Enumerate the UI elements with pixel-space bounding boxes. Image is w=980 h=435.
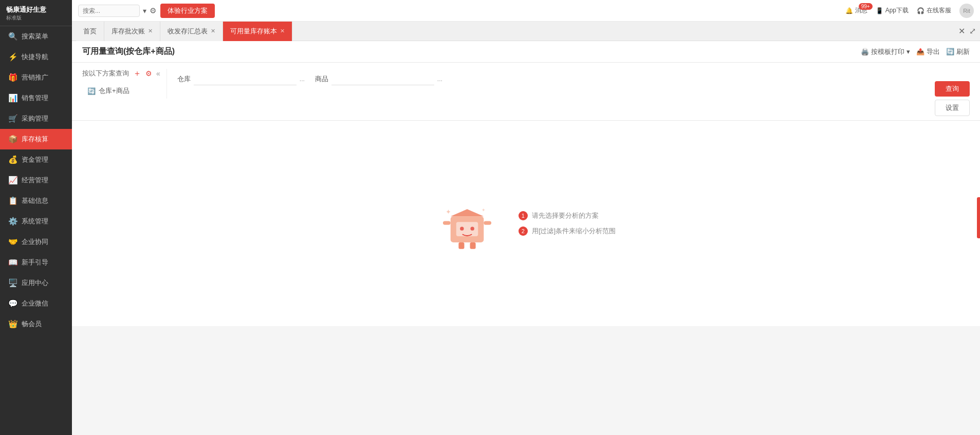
sidebar-item-label: 企业微信 [22, 299, 48, 308]
scheme-panel: 按以下方案查询 ＋ ⚙ « 🔄 仓库+商品 [82, 69, 167, 99]
trial-button[interactable]: 体验行业方案 [160, 4, 215, 18]
cart-icon: 🛒 [8, 114, 17, 123]
clipboard-icon: 📋 [8, 196, 17, 205]
gear-icon: ⚙️ [8, 217, 17, 226]
query-button[interactable]: 查询 [935, 81, 970, 97]
book-icon: 📖 [8, 258, 17, 267]
app-name: 畅康通好生意 [6, 5, 66, 14]
product-more-button[interactable]: ... [437, 75, 442, 83]
svg-rect-7 [443, 221, 451, 224]
svg-marker-1 [451, 209, 484, 216]
tab-batch-account-label: 库存批次账 [112, 27, 145, 36]
tab-summary[interactable]: 收发存汇总表 ✕ [160, 22, 223, 41]
online-service-label: 在线客服 [927, 6, 951, 15]
empty-illustration: ✦ ✦ [436, 193, 498, 254]
tip-text-1: 请先选择要分析的方案 [532, 211, 599, 220]
refresh-icon: 🔄 [946, 48, 954, 55]
query-action-btns: 查询 设置 [935, 69, 970, 116]
wechat-icon: 💬 [8, 299, 17, 308]
svg-text:✦: ✦ [446, 208, 451, 216]
tab-available-inventory-close[interactable]: ✕ [280, 28, 285, 34]
message-button[interactable]: 🔔 消息 99+ [845, 6, 867, 15]
tip-num-2: 2 [519, 226, 528, 236]
sidebar-item-label: 营销推广 [22, 73, 48, 82]
sidebar-item-label: 经营管理 [22, 176, 48, 185]
content-area: 可用量查询(按仓库+商品) 🖨️ 按模板打印 ▾ 📤 导出 🔄 刷新 [72, 41, 980, 435]
warehouse-filter-input[interactable] [194, 73, 297, 85]
sidebar-item-quicknav[interactable]: ⚡ 快捷导航 [0, 47, 72, 67]
collapse-button[interactable]: « [156, 69, 160, 78]
tab-expand-button[interactable]: ⤢ [969, 26, 976, 36]
print-label: 按模板打印 [871, 47, 904, 56]
sidebar-item-system[interactable]: ⚙️ 系统管理 [0, 211, 72, 232]
app-download-button[interactable]: 📱 App下载 [876, 6, 909, 15]
tab-close-current-button[interactable]: ✕ [958, 26, 965, 36]
tab-batch-account[interactable]: 库存批次账 ✕ [104, 22, 160, 41]
sidebar-item-inventory[interactable]: 📦 库存核算 [0, 129, 72, 149]
sidebar-item-wechat[interactable]: 💬 企业微信 [0, 293, 72, 314]
refresh-button[interactable]: 🔄 刷新 [946, 47, 970, 56]
sidebar-item-label: 基础信息 [22, 196, 48, 205]
tab-summary-label: 收发存汇总表 [168, 27, 208, 36]
lightning-icon: ⚡ [8, 52, 17, 62]
sidebar-item-label: 系统管理 [22, 217, 48, 226]
empty-state: ✦ ✦ 1 请先选择要分析的方案 2 用[过滤]条件来缩小分析范围 [72, 121, 980, 326]
app-version: 标准版 [6, 14, 66, 22]
warehouse-filter-group: 仓库 ... [177, 73, 305, 85]
sidebar-item-purchase[interactable]: 🛒 采购管理 [0, 108, 72, 129]
tab-home[interactable]: 首页 [76, 22, 104, 41]
tab-summary-close[interactable]: ✕ [211, 28, 215, 34]
tip-text-2: 用[过滤]条件来缩小分析范围 [532, 226, 616, 236]
sidebar-item-basics[interactable]: 📋 基础信息 [0, 191, 72, 211]
sidebar-item-label: 畅会员 [22, 319, 42, 329]
sidebar-item-finance[interactable]: 💰 资金管理 [0, 149, 72, 170]
scheme-name: 仓库+商品 [99, 86, 130, 96]
svg-rect-5 [458, 242, 464, 249]
warehouse-filter-label: 仓库 [177, 74, 191, 84]
sidebar-item-sales[interactable]: 📊 销售管理 [0, 88, 72, 108]
tab-batch-account-close[interactable]: ✕ [148, 28, 153, 34]
empty-tip-2: 2 用[过滤]条件来缩小分析范围 [519, 226, 616, 236]
sidebar-item-operations[interactable]: 📈 经营管理 [0, 170, 72, 191]
tab-available-inventory[interactable]: 可用量库存账本 ✕ [223, 22, 292, 41]
settings-button[interactable]: 设置 [935, 100, 970, 116]
tab-available-inventory-label: 可用量库存账本 [230, 27, 277, 36]
topbar-dropdown-button[interactable]: ▾ [143, 7, 146, 15]
warehouse-more-button[interactable]: ... [300, 75, 305, 83]
product-filter-input[interactable] [331, 73, 434, 85]
print-button[interactable]: 🖨️ 按模板打印 ▾ [861, 47, 910, 56]
scheme-item-warehouse-product[interactable]: 🔄 仓库+商品 [82, 83, 160, 99]
refresh-label: 刷新 [956, 47, 970, 56]
export-button[interactable]: 📤 导出 [916, 47, 940, 56]
sidebar-item-label: 快捷导航 [22, 52, 48, 62]
topbar-gear-button[interactable]: ⚙ [150, 6, 156, 15]
user-avatar[interactable]: Rit [959, 4, 974, 18]
gift-icon: 🎁 [8, 73, 17, 82]
sidebar-item-appcenter[interactable]: 🖥️ 应用中心 [0, 273, 72, 293]
sidebar-item-marketing[interactable]: 🎁 营销推广 [0, 67, 72, 88]
query-block: 按以下方案查询 ＋ ⚙ « 🔄 仓库+商品 仓库 [72, 63, 980, 121]
topbar-search-input[interactable] [78, 5, 140, 17]
sidebar-item-label: 采购管理 [22, 114, 48, 123]
sidebar-item-label: 搜索菜单 [22, 32, 48, 41]
online-service-button[interactable]: 🎧 在线客服 [917, 6, 951, 15]
svg-rect-6 [470, 242, 475, 249]
box-icon: 📦 [8, 135, 17, 144]
search-icon: 🔍 [8, 32, 17, 41]
right-scrollbar-hint [977, 197, 980, 238]
add-scheme-button[interactable]: ＋ [133, 69, 141, 78]
money-icon: 💰 [8, 155, 17, 164]
sidebar-item-guide[interactable]: 📖 新手引导 [0, 252, 72, 273]
product-filter-label: 商品 [315, 74, 328, 84]
topbar-search-area: ▾ ⚙ [78, 5, 156, 17]
query-inner: 按以下方案查询 ＋ ⚙ « 🔄 仓库+商品 仓库 [72, 63, 980, 120]
topbar-right: 🔔 消息 99+ 📱 App下载 🎧 在线客服 Rit [845, 4, 974, 18]
scheme-settings-button[interactable]: ⚙ [145, 70, 152, 77]
sidebar-item-collab[interactable]: 🤝 企业协同 [0, 232, 72, 252]
phone-icon: 📱 [876, 7, 883, 14]
export-icon: 📤 [916, 48, 924, 55]
sidebar-item-search[interactable]: 🔍 搜索菜单 [0, 26, 72, 47]
page-title: 可用量查询(按仓库+商品) [82, 46, 175, 57]
sidebar-item-label: 资金管理 [22, 155, 48, 164]
sidebar-item-member[interactable]: 👑 畅会员 [0, 314, 72, 334]
